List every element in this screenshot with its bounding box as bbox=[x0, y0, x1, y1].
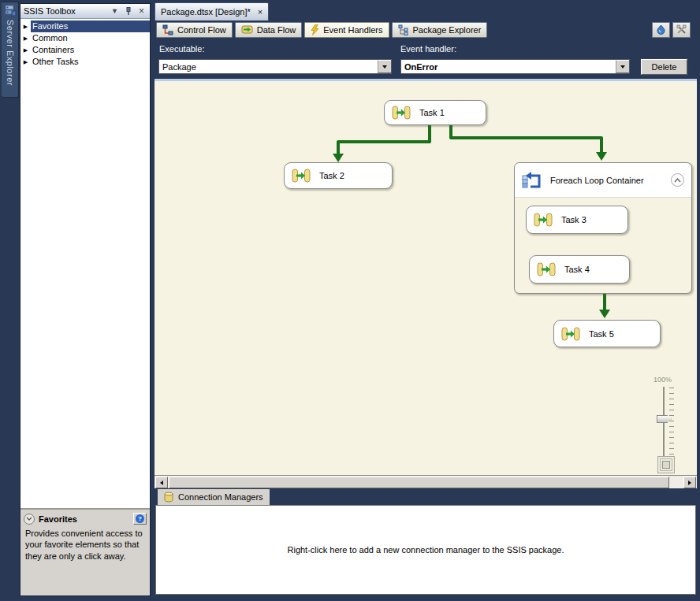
task-node-task3[interactable]: Task 3 bbox=[526, 206, 628, 234]
expander-icon[interactable]: ▶ bbox=[20, 24, 31, 30]
pin-icon[interactable] bbox=[123, 6, 133, 17]
server-explorer-icon bbox=[4, 4, 17, 17]
foreach-loop-icon bbox=[522, 171, 542, 190]
close-icon[interactable]: × bbox=[258, 8, 262, 17]
connector-task1-task2[interactable] bbox=[338, 125, 430, 154]
connection-managers-tab[interactable]: Connection Managers bbox=[158, 489, 270, 505]
tab-label: Event Handlers bbox=[323, 25, 382, 35]
delete-button[interactable]: Delete bbox=[641, 59, 687, 75]
connection-managers-hint: Right-click here to add a new connection… bbox=[288, 545, 564, 555]
document-tab-package-dtsx[interactable]: Package.dtsx [Design]* × bbox=[155, 2, 269, 20]
tab-data-flow[interactable]: Data Flow bbox=[235, 22, 303, 38]
server-explorer-tab[interactable]: Server Explorer bbox=[2, 2, 19, 98]
help-icon: ? bbox=[136, 514, 144, 523]
foreach-loop-header[interactable]: Foreach Loop Container bbox=[515, 163, 691, 198]
surface-top-border bbox=[155, 79, 697, 81]
tab-control-flow[interactable]: Control Flow bbox=[156, 22, 233, 38]
favorites-description-panel: Favorites ? Provides convenient access t… bbox=[20, 508, 150, 595]
event-handlers-icon bbox=[311, 24, 319, 35]
design-surface[interactable]: Task 1 Task 2 bbox=[155, 79, 697, 475]
arrowhead-icon bbox=[599, 310, 610, 318]
scrollbar-thumb[interactable] bbox=[169, 477, 669, 488]
event-handler-select[interactable]: OnError bbox=[400, 59, 630, 74]
close-icon[interactable]: × bbox=[136, 6, 147, 17]
task-node-task4[interactable]: Task 4 bbox=[529, 255, 630, 284]
connection-manager-icon bbox=[164, 492, 173, 503]
data-flow-icon bbox=[241, 24, 253, 35]
event-handler-bar: Executable: Event handler: Package OnErr… bbox=[155, 39, 697, 79]
toolbox-titlebar: SSIS Toolbox ▼ × bbox=[20, 4, 150, 19]
event-handler-value: OnError bbox=[404, 62, 438, 72]
toolbox-item-label: Other Tasks bbox=[31, 56, 150, 68]
help-button[interactable]: ? bbox=[133, 513, 147, 525]
collapse-button[interactable] bbox=[671, 173, 684, 187]
executable-value: Package bbox=[162, 62, 196, 72]
favorites-description-header: Favorites ? bbox=[20, 510, 150, 527]
task-node-task1[interactable]: Task 1 bbox=[384, 100, 486, 125]
toolbox-item-other-tasks[interactable]: ▶ Other Tasks bbox=[20, 56, 150, 68]
designer-view-tabs: Control Flow Data Flow Event Handlers bbox=[155, 20, 697, 39]
toolbox-item-label: Containers bbox=[31, 44, 150, 56]
toolbox-item-label: Common bbox=[31, 32, 150, 44]
scroll-left-button[interactable] bbox=[155, 477, 168, 488]
expander-icon[interactable]: ▶ bbox=[20, 47, 31, 54]
container-label: Foreach Loop Container bbox=[550, 176, 644, 185]
toolbox-item-common[interactable]: ▶ Common bbox=[20, 32, 150, 44]
toolbox-item-favorites[interactable]: ▶ Favorites bbox=[20, 20, 150, 32]
connection-managers-panel[interactable]: Right-click here to add a new connection… bbox=[155, 505, 696, 595]
connection-managers-tab-label: Connection Managers bbox=[178, 492, 263, 502]
variables-button[interactable] bbox=[652, 22, 670, 38]
ide-window: Server Explorer SSIS Toolbox ▼ × ▶ Favor… bbox=[0, 0, 700, 601]
control-flow-icon bbox=[162, 24, 173, 35]
arrowhead-icon bbox=[333, 154, 344, 162]
chevron-down-icon[interactable] bbox=[24, 514, 35, 525]
expander-icon[interactable]: ▶ bbox=[20, 35, 31, 42]
ssis-toolbox-panel: SSIS Toolbox ▼ × ▶ Favorites ▶ Common ▶ … bbox=[20, 3, 151, 596]
tools-icon bbox=[676, 24, 687, 35]
expander-icon[interactable]: ▶ bbox=[20, 59, 31, 65]
arrowhead-icon bbox=[596, 152, 607, 161]
foreach-loop-container[interactable]: Foreach Loop Container Ta bbox=[514, 162, 692, 294]
executable-select[interactable]: Package bbox=[158, 59, 392, 74]
favorites-description-title: Favorites bbox=[39, 514, 77, 524]
task-icon bbox=[534, 213, 553, 227]
designer-toolbar-right bbox=[652, 22, 691, 38]
task-icon bbox=[392, 106, 411, 120]
package-explorer-icon bbox=[398, 24, 409, 35]
window-position-icon[interactable]: ▼ bbox=[110, 6, 120, 17]
server-explorer-label: Server Explorer bbox=[6, 20, 15, 86]
scroll-right-button[interactable] bbox=[683, 477, 696, 488]
task-node-task2[interactable]: Task 2 bbox=[284, 162, 393, 189]
document-tab-strip: Package.dtsx [Design]* × bbox=[155, 0, 697, 20]
zoom-fit-button[interactable] bbox=[657, 456, 675, 473]
toolbox-tree: ▶ Favorites ▶ Common ▶ Containers ▶ Othe… bbox=[20, 19, 150, 507]
tab-label: Package Explorer bbox=[413, 25, 482, 35]
chevron-up-icon bbox=[674, 178, 681, 183]
tab-package-explorer[interactable]: Package Explorer bbox=[392, 22, 488, 38]
task-label: Task 2 bbox=[319, 171, 344, 180]
arrow-right-icon bbox=[688, 480, 691, 485]
toolbox-item-label: Favorites bbox=[31, 20, 150, 32]
toolbox-item-containers[interactable]: ▶ Containers bbox=[20, 44, 150, 56]
toolbox-toggle-button[interactable] bbox=[672, 22, 691, 38]
zoom-slider-track[interactable] bbox=[663, 387, 665, 464]
toolbox-title: SSIS Toolbox bbox=[24, 6, 106, 16]
favorites-description-text: Provides convenient access to your favor… bbox=[20, 527, 150, 562]
tab-event-handlers[interactable]: Event Handlers bbox=[304, 22, 389, 38]
connection-managers-tab-strip: Connection Managers bbox=[155, 489, 697, 505]
task-label: Task 3 bbox=[561, 215, 586, 224]
task-icon bbox=[292, 169, 311, 183]
arrow-left-icon bbox=[160, 480, 163, 485]
task-node-task5[interactable]: Task 5 bbox=[553, 320, 661, 347]
tab-label: Data Flow bbox=[257, 25, 296, 35]
dropdown-arrow-icon[interactable] bbox=[616, 60, 629, 73]
task-label: Task 1 bbox=[419, 108, 445, 117]
tab-label: Control Flow bbox=[177, 25, 226, 35]
task-label: Task 5 bbox=[589, 329, 614, 339]
horizontal-scrollbar[interactable] bbox=[155, 475, 697, 488]
executable-label: Executable: bbox=[159, 44, 204, 54]
dropdown-arrow-icon[interactable] bbox=[378, 60, 391, 73]
fit-to-window-icon bbox=[662, 461, 670, 469]
left-dock-rail: Server Explorer bbox=[0, 0, 20, 601]
connector-task1-container[interactable] bbox=[451, 125, 601, 153]
